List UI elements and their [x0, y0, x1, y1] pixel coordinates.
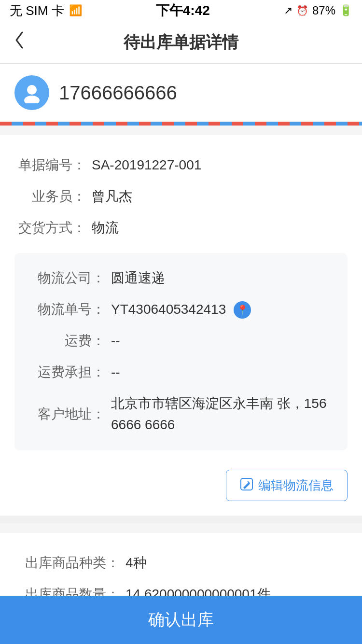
- logistics-freight-label: 运费：: [29, 330, 111, 352]
- logistics-freight-bear-row: 运费承担： --: [14, 357, 348, 388]
- doc-delivery-value: 物流: [92, 217, 348, 239]
- status-left: 无 SIM 卡 📶: [10, 2, 82, 19]
- avatar: [14, 75, 49, 110]
- nav-bar: 待出库单据详情: [0, 21, 362, 64]
- logistics-company-label: 物流公司：: [29, 267, 111, 289]
- logistics-freight-bear-label: 运费承担：: [29, 362, 111, 383]
- logistics-freight-bear-value: --: [111, 362, 333, 383]
- sim-label: 无 SIM 卡: [10, 2, 64, 19]
- confirm-label: 确认出库: [148, 609, 214, 631]
- logistics-freight-value: --: [111, 330, 333, 352]
- logistics-company-row: 物流公司： 圆通速递: [14, 263, 348, 294]
- logistics-freight-row: 运费： --: [14, 325, 348, 357]
- doc-staff-value: 曾凡杰: [92, 186, 348, 208]
- confirm-button[interactable]: 确认出库: [0, 596, 362, 644]
- logistics-address-value: 北京市市辖区海淀区永丰南 张，156 6666 6666: [111, 393, 333, 436]
- tracking-number: YT4306405342413: [111, 299, 226, 321]
- doc-number-value: SA-20191227-001: [92, 154, 348, 176]
- logistics-tracking-value: YT4306405342413 📍: [111, 299, 333, 321]
- back-button[interactable]: [14, 30, 25, 54]
- doc-number-row: 单据编号： SA-20191227-001: [0, 150, 362, 181]
- doc-number-label: 单据编号：: [14, 154, 92, 176]
- edit-logistics-label: 编辑物流信息: [258, 477, 334, 494]
- doc-delivery-row: 交货方式： 物流: [0, 212, 362, 244]
- svg-point-1: [24, 96, 40, 103]
- battery-label: 87%: [312, 4, 335, 17]
- section-divider: [0, 516, 362, 523]
- logistics-address-row: 客户地址： 北京市市辖区海淀区永丰南 张，156 6666 6666: [14, 388, 348, 441]
- alarm-icon: ⏰: [296, 5, 308, 16]
- logistics-tracking-label: 物流单号：: [29, 299, 111, 321]
- status-right: ↗ ⏰ 87% 🔋: [284, 4, 352, 17]
- location-icon: ↗: [284, 4, 292, 17]
- logistics-address-label: 客户地址：: [29, 404, 111, 425]
- edit-logistics-button[interactable]: 编辑物流信息: [226, 470, 348, 501]
- page-title: 待出库单据详情: [124, 31, 238, 54]
- edit-icon: [240, 477, 253, 494]
- doc-staff-row: 业务员： 曾凡杰: [0, 181, 362, 212]
- goods-type-label: 出库商品种类：: [14, 552, 125, 574]
- wifi-icon: 📶: [69, 4, 82, 17]
- edit-logistics-container: 编辑物流信息: [0, 460, 362, 501]
- logistics-company-value: 圆通速递: [111, 267, 333, 289]
- deco-line: [0, 122, 362, 126]
- doc-delivery-label: 交货方式：: [14, 217, 92, 239]
- goods-type-value: 4种: [125, 552, 348, 574]
- battery-icon: 🔋: [339, 4, 352, 17]
- goods-type-row: 出库商品种类： 4种: [14, 547, 348, 579]
- person-icon: [21, 82, 42, 103]
- status-bar: 无 SIM 卡 📶 下午4:42 ↗ ⏰ 87% 🔋: [0, 0, 362, 21]
- document-section: 单据编号： SA-20191227-001 业务员： 曾凡杰 交货方式： 物流 …: [0, 135, 362, 516]
- user-header: 17666666666: [0, 64, 362, 122]
- svg-point-0: [27, 85, 37, 95]
- status-time: 下午4:42: [156, 1, 210, 20]
- user-phone: 17666666666: [59, 82, 177, 104]
- logistics-box: 物流公司： 圆通速递 物流单号： YT4306405342413 📍 运费： -…: [14, 253, 348, 450]
- map-pin-icon[interactable]: 📍: [234, 301, 251, 319]
- doc-staff-label: 业务员：: [14, 186, 92, 208]
- logistics-tracking-row: 物流单号： YT4306405342413 📍: [14, 294, 348, 325]
